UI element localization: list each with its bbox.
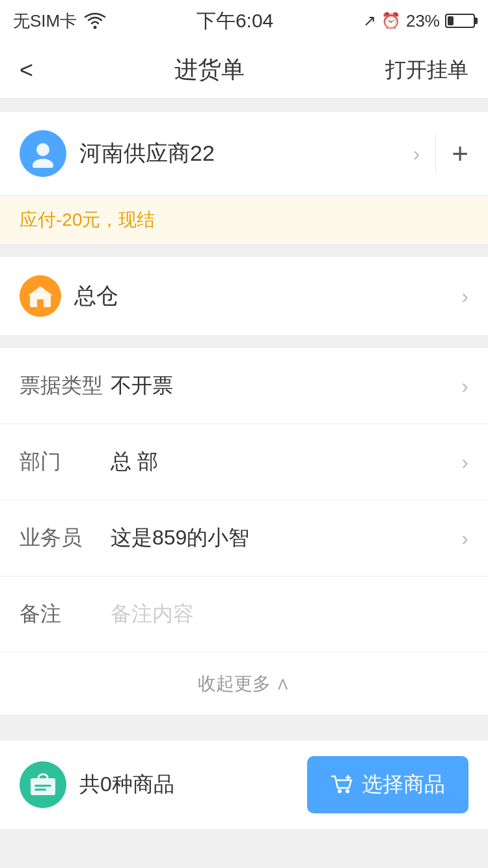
status-bar: 无SIM卡 下午6:04 ↗ ⏰ 23% [0, 0, 488, 42]
section-divider-4 [0, 714, 488, 727]
sales-chevron-icon: › [461, 526, 468, 550]
status-time: 下午6:04 [197, 8, 273, 34]
supplier-row[interactable]: 河南供应商22 › + [0, 112, 488, 195]
battery-percent: 23% [406, 11, 440, 31]
warehouse-row[interactable]: 总仓 › [0, 257, 488, 335]
dept-row[interactable]: 部门 总 部 › [0, 424, 488, 500]
dept-label: 部门 [20, 448, 111, 476]
section-divider-1 [0, 99, 488, 112]
open-pending-button[interactable]: 打开挂单 [385, 56, 468, 85]
section-divider-2 [0, 244, 488, 257]
sales-value: 这是859的小智 [111, 524, 461, 552]
page-background [0, 829, 488, 868]
remark-row[interactable]: 备注 备注内容 [0, 576, 488, 652]
warehouse-icon-circle [20, 275, 61, 317]
product-bar: 共0种商品 选择商品 [0, 740, 488, 829]
sales-row[interactable]: 业务员 这是859的小智 › [0, 500, 488, 576]
dept-value: 总 部 [111, 448, 461, 476]
vertical-divider [435, 134, 436, 173]
invoice-value: 不开票 [111, 372, 461, 400]
svg-marker-4 [28, 286, 53, 295]
supplier-avatar [20, 130, 66, 177]
sales-label: 业务员 [20, 524, 111, 552]
remark-input[interactable]: 备注内容 [111, 600, 468, 629]
person-icon [29, 139, 57, 168]
invoice-chevron-icon: › [461, 374, 468, 398]
product-icon [29, 773, 57, 796]
wifi-icon [83, 12, 107, 29]
notice-text: 应付-20元，现结 [20, 210, 155, 230]
notice-banner: 应付-20元，现结 [0, 195, 488, 244]
cart-icon [331, 775, 354, 794]
collapse-row[interactable]: 收起更多 ∧ [0, 652, 488, 714]
page-title: 进货单 [174, 54, 245, 86]
back-button[interactable]: < [20, 57, 33, 84]
carrier-text: 无SIM卡 [13, 10, 77, 33]
remark-label: 备注 [20, 600, 111, 629]
svg-point-9 [338, 789, 342, 793]
product-icon-circle [20, 761, 66, 808]
warehouse-name: 总仓 [74, 281, 461, 311]
location-icon: ↗ [363, 12, 376, 30]
supplier-name: 河南供应商22 [79, 139, 413, 169]
svg-rect-7 [34, 785, 51, 787]
svg-point-10 [346, 789, 349, 793]
add-button[interactable]: + [452, 137, 468, 170]
product-count: 共0种商品 [79, 770, 294, 799]
invoice-label: 票据类型 [20, 372, 111, 400]
svg-rect-8 [34, 789, 46, 791]
svg-point-1 [36, 143, 49, 156]
select-product-label: 选择商品 [362, 770, 445, 799]
warehouse-chevron-icon: › [461, 284, 468, 308]
warehouse-section: 总仓 › [0, 257, 488, 335]
section-divider-3 [0, 335, 488, 348]
status-indicators: ↗ ⏰ 23% [363, 11, 475, 31]
svg-rect-5 [37, 299, 44, 307]
supplier-chevron-icon: › [413, 142, 420, 166]
dept-chevron-icon: › [461, 450, 468, 474]
svg-point-2 [33, 159, 53, 168]
battery-icon [445, 14, 475, 28]
collapse-text: 收起更多 ∧ [198, 673, 291, 694]
select-product-button[interactable]: 选择商品 [307, 756, 468, 813]
alarm-icon: ⏰ [381, 12, 401, 30]
supplier-section: 河南供应商22 › + 应付-20元，现结 [0, 112, 488, 244]
nav-bar: < 进货单 打开挂单 [0, 42, 488, 99]
invoice-type-row[interactable]: 票据类型 不开票 › [0, 348, 488, 424]
warehouse-icon [28, 285, 53, 307]
svg-point-0 [94, 26, 97, 29]
status-carrier: 无SIM卡 [13, 10, 107, 33]
form-section: 票据类型 不开票 › 部门 总 部 › 业务员 这是859的小智 › 备注 备注… [0, 348, 488, 714]
